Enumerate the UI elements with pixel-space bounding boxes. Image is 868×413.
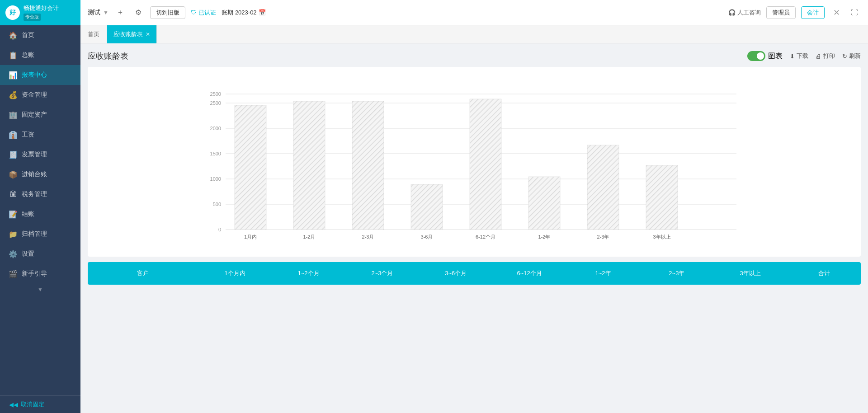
- period-label: 账期: [222, 9, 233, 17]
- sidebar-item-结账[interactable]: 📝结账: [0, 204, 80, 224]
- svg-text:2500: 2500: [210, 100, 221, 106]
- cancel-fixed-label: 取消固定: [21, 400, 44, 408]
- header-actions: 图表 ⬇ 下载 🖨 打印 ↻ 刷新: [747, 51, 861, 61]
- svg-text:2-3年: 2-3年: [597, 234, 609, 239]
- svg-text:2500: 2500: [210, 91, 221, 97]
- consult-button[interactable]: 🎧 人工咨询: [728, 9, 761, 17]
- sidebar-item-归档管理[interactable]: 📁归档管理: [0, 224, 80, 244]
- sidebar-icon-5: 👔: [9, 131, 17, 139]
- tab-aging-label: 应收账龄表: [113, 30, 143, 38]
- old-version-button[interactable]: 切到旧版: [150, 6, 185, 19]
- sidebar-item-固定资产[interactable]: 🏢固定资产: [0, 105, 80, 125]
- sidebar-scroll-down[interactable]: ▼: [0, 284, 80, 296]
- sidebar-label-12: 新手引导: [22, 270, 47, 278]
- th-2~3个月: 2~3个月: [345, 262, 419, 285]
- sidebar-item-工资[interactable]: 👔工资: [0, 125, 80, 145]
- sidebar-scroll: 🏠首页📋总账📊报表中心💰资金管理🏢固定资产👔工资🧾发票管理📦进销台账🏛税务管理📝…: [0, 25, 80, 395]
- sidebar-item-总账[interactable]: 📋总账: [0, 45, 80, 65]
- svg-rect-19: [528, 177, 560, 230]
- svg-rect-16: [352, 101, 384, 230]
- sidebar-logo: 好 畅捷通好会计 专业版: [0, 0, 80, 25]
- svg-rect-20: [587, 145, 619, 230]
- tab-close-icon[interactable]: ✕: [146, 31, 150, 38]
- logo-text-wrap: 畅捷通好会计 专业版: [24, 5, 59, 21]
- svg-text:0: 0: [218, 227, 221, 232]
- sidebar-item-税务管理[interactable]: 🏛税务管理: [0, 184, 80, 204]
- sidebar-label-8: 税务管理: [22, 190, 47, 198]
- sidebar-label-0: 首页: [22, 31, 34, 39]
- th-6~12个月: 6~12个月: [493, 262, 566, 285]
- chart-area: 0 500 1000 1500 2000 2500 2500: [97, 76, 852, 248]
- app-name: 畅捷通好会计: [24, 5, 59, 12]
- sidebar-icon-10: 📁: [9, 230, 17, 238]
- certified-badge: 🛡 已认证: [191, 9, 216, 17]
- period-value: 2023-02: [235, 9, 257, 16]
- svg-text:3年以上: 3年以上: [653, 234, 670, 239]
- calendar-icon[interactable]: 📅: [259, 9, 266, 16]
- refresh-label: 刷新: [849, 52, 861, 60]
- chart-toggle[interactable]: [747, 51, 765, 61]
- table-container: 客户1个月内1~2个月2~3个月3~6个月6~12个月1~2年2~3年3年以上合…: [88, 262, 861, 285]
- user-button[interactable]: 管理员: [766, 6, 796, 19]
- sidebar-label-2: 报表中心: [22, 71, 47, 79]
- page-header: 应收账龄表 图表 ⬇ 下载 🖨 打印 ↻ 刷新: [88, 51, 861, 61]
- th-1~2年: 1~2年: [566, 262, 640, 285]
- expand-button[interactable]: ⛶: [848, 6, 861, 19]
- settings-icon[interactable]: ⚙: [132, 6, 145, 19]
- period-display: 账期 2023-02 📅: [222, 9, 266, 17]
- chart-toggle-label: 图表: [768, 52, 783, 61]
- sidebar-item-设置[interactable]: ⚙️设置: [0, 244, 80, 264]
- sidebar-label-5: 工资: [22, 131, 34, 139]
- refresh-icon: ↻: [842, 53, 847, 60]
- chart-container: 0 500 1000 1500 2000 2500 2500: [88, 67, 861, 257]
- close-button[interactable]: ✕: [830, 6, 843, 19]
- chart-toggle-wrap: 图表: [747, 51, 783, 61]
- chevron-down-icon: ▼: [103, 9, 108, 16]
- sidebar-icon-12: 🎬: [9, 270, 17, 278]
- certified-label: 已认证: [198, 9, 216, 17]
- svg-text:2000: 2000: [210, 126, 221, 131]
- sidebar-icon-2: 📊: [9, 71, 17, 79]
- logo-icon: 好: [5, 5, 20, 20]
- print-label: 打印: [823, 52, 835, 60]
- svg-rect-21: [646, 165, 678, 230]
- refresh-button[interactable]: ↻ 刷新: [842, 52, 861, 60]
- th-客户: 客户: [88, 262, 198, 285]
- tab-aging-report[interactable]: 应收账龄表 ✕: [107, 25, 157, 43]
- sidebar-label-4: 固定资产: [22, 111, 47, 119]
- sidebar-item-进销台账[interactable]: 📦进销台账: [0, 164, 80, 184]
- add-button[interactable]: ＋: [114, 6, 127, 19]
- th-2~3年: 2~3年: [640, 262, 713, 285]
- th-1个月内: 1个月内: [198, 262, 272, 285]
- svg-rect-15: [293, 101, 325, 230]
- bar-chart-svg: 0 500 1000 1500 2000 2500 2500: [97, 76, 852, 248]
- download-icon: ⬇: [790, 53, 795, 60]
- sidebar-item-新手引导[interactable]: 🎬新手引导: [0, 264, 80, 284]
- svg-text:3-6月: 3-6月: [421, 234, 433, 239]
- print-button[interactable]: 🖨 打印: [816, 52, 835, 60]
- sidebar-icon-8: 🏛: [9, 190, 17, 198]
- sidebar-icon-7: 📦: [9, 170, 17, 178]
- svg-text:1500: 1500: [210, 151, 221, 156]
- tab-home[interactable]: 首页: [88, 25, 107, 43]
- sidebar-item-发票管理[interactable]: 🧾发票管理: [0, 145, 80, 164]
- print-icon: 🖨: [816, 53, 821, 60]
- svg-text:1-2月: 1-2月: [303, 234, 316, 239]
- sidebar-label-6: 发票管理: [22, 150, 47, 159]
- th-合计: 合计: [787, 262, 861, 285]
- table-header: 客户1个月内1~2个月2~3个月3~6个月6~12个月1~2年2~3年3年以上合…: [88, 262, 861, 285]
- svg-rect-14: [235, 105, 266, 230]
- download-button[interactable]: ⬇ 下载: [790, 52, 808, 60]
- project-selector[interactable]: 测试 ▼: [88, 9, 108, 17]
- th-3~6个月: 3~6个月: [419, 262, 493, 285]
- sidebar-item-首页[interactable]: 🏠首页: [0, 25, 80, 45]
- sidebar: 好 畅捷通好会计 专业版 🏠首页📋总账📊报表中心💰资金管理🏢固定资产👔工资🧾发票…: [0, 0, 80, 413]
- sidebar-label-9: 结账: [22, 210, 34, 218]
- sidebar-item-资金管理[interactable]: 💰资金管理: [0, 85, 80, 105]
- shield-icon: 🛡: [191, 9, 197, 16]
- svg-text:1月内: 1月内: [244, 234, 257, 239]
- app-edition: 专业版: [24, 14, 41, 21]
- sidebar-item-报表中心[interactable]: 📊报表中心: [0, 65, 80, 85]
- cancel-fixed-button[interactable]: ◀◀ 取消固定: [0, 395, 80, 413]
- role-button[interactable]: 会计: [801, 6, 825, 19]
